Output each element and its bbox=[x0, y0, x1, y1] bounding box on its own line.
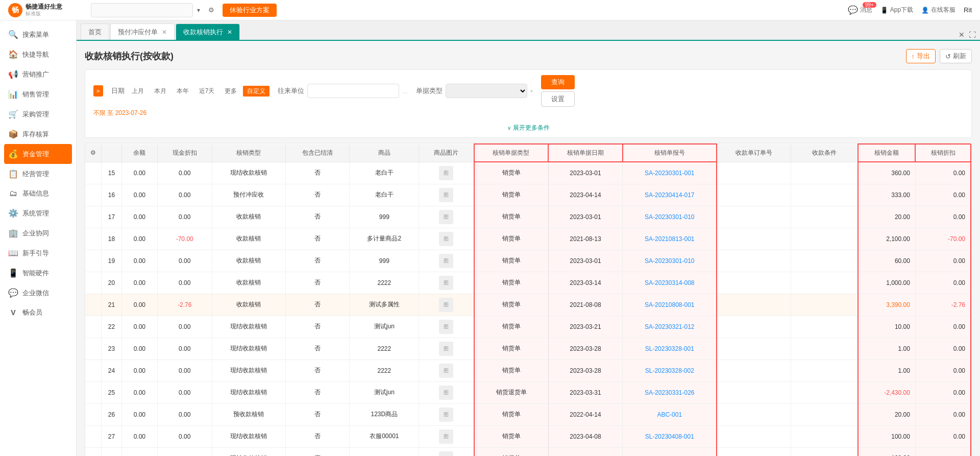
sidebar-item-sales-mgmt[interactable]: 📊 销售管理 bbox=[0, 84, 76, 104]
beginner-icon: 📖 bbox=[8, 248, 18, 258]
col-cancel-amount: 20.00 bbox=[858, 403, 915, 425]
sidebar-item-quick-nav[interactable]: 🏠 快捷导航 bbox=[0, 44, 76, 64]
refresh-btn[interactable]: ↺ 刷新 bbox=[940, 49, 972, 63]
ops-icon: 📋 bbox=[8, 169, 18, 179]
filter-settings-btn[interactable]: 设置 bbox=[541, 91, 575, 107]
col-balance: 0.00 bbox=[122, 294, 158, 316]
settings-icon[interactable]: ⚙ bbox=[204, 3, 218, 17]
sidebar-item-inventory[interactable]: 📦 库存核算 bbox=[0, 124, 76, 144]
expand-conditions-btn[interactable]: ∨ 展开更多条件 bbox=[507, 124, 550, 132]
cancel-doc-no-link[interactable]: ABC-001 bbox=[657, 411, 682, 418]
col-settings bbox=[85, 162, 102, 184]
sidebar-item-smart-hw[interactable]: 📱 智能硬件 bbox=[0, 263, 76, 283]
date-this-month-btn[interactable]: 本月 bbox=[150, 86, 170, 97]
cancel-doc-no-link[interactable]: SA-20230414-017 bbox=[645, 191, 694, 199]
cancel-doc-no-link[interactable]: SA-20210808-001 bbox=[645, 301, 694, 308]
export-icon: ↑ bbox=[912, 53, 915, 60]
cancel-doc-no-link[interactable]: SA-20230331-026 bbox=[645, 389, 694, 396]
col-cancel-doc-no: SA-20230301-010 bbox=[623, 206, 717, 228]
maximize-window-btn[interactable]: ⛶ bbox=[969, 31, 976, 39]
sidebar-item-fund-mgmt[interactable]: 💰 资金管理 bbox=[4, 144, 72, 164]
global-search-input[interactable] bbox=[91, 3, 193, 17]
col-receipt-condition bbox=[791, 447, 858, 456]
cancel-doc-no-link[interactable]: SL-20230328-001 bbox=[645, 345, 694, 352]
tab-prepaid[interactable]: 预付冲应付单 ✕ bbox=[110, 23, 175, 40]
col-receipt-condition bbox=[791, 359, 858, 381]
tab-home[interactable]: 首页 bbox=[81, 23, 109, 40]
col-cancel-doc-no: SA-20230301-010 bbox=[623, 250, 717, 272]
cancel-doc-no-link[interactable]: SL-20230408-001 bbox=[645, 433, 694, 440]
col-include-settled: 否 bbox=[285, 162, 350, 184]
col-include-settled: 否 bbox=[285, 184, 350, 206]
notification-btn[interactable]: 💬 消息 99+ bbox=[848, 5, 872, 15]
cancel-doc-no-link[interactable]: SA-20210813-001 bbox=[645, 235, 694, 243]
col-cancel-doc-date: 2023-04-14 bbox=[548, 184, 623, 206]
col-cancel-discount: 0.00 bbox=[915, 250, 971, 272]
table-row: 17 0.00 0.00 收款核销 否 999 图 销货单 2023-03-01… bbox=[85, 206, 971, 228]
page-header: 收款核销执行(按收款) ↑ 导出 ↺ 刷新 bbox=[85, 49, 972, 63]
sidebar-item-purchase-mgmt[interactable]: 🛒 采购管理 bbox=[0, 104, 76, 124]
query-btn[interactable]: 查询 bbox=[541, 75, 575, 89]
col-settings bbox=[85, 359, 102, 381]
goods-image-cell: 图 bbox=[419, 425, 474, 447]
goods-image-cell: 图 bbox=[419, 403, 474, 425]
table-row: 15 0.00 0.00 现结收款核销 否 老白干 图 销货单 2023-03-… bbox=[85, 162, 971, 184]
sidebar-item-basic-info[interactable]: 🗂 基础信息 bbox=[0, 184, 76, 203]
col-cancel-discount: 0.00 bbox=[915, 162, 971, 184]
export-btn[interactable]: ↑ 导出 bbox=[906, 49, 936, 63]
sidebar-label: 快捷导航 bbox=[22, 50, 49, 59]
sidebar-item-beginner[interactable]: 📖 新手引导 bbox=[0, 243, 76, 263]
col-cancel-doc-type: 销货单 bbox=[474, 272, 549, 294]
cancel-doc-no-link[interactable]: SL-20230328-002 bbox=[645, 367, 694, 374]
col-receipt-condition bbox=[791, 184, 858, 206]
doctype-select[interactable] bbox=[446, 84, 527, 98]
sidebar-item-ops-mgmt[interactable]: 📋 经营管理 bbox=[0, 164, 76, 184]
cancel-doc-no-link[interactable]: SA-20230301-001 bbox=[645, 170, 694, 177]
cancel-doc-no-link[interactable]: SA-20230321-012 bbox=[645, 323, 694, 330]
inventory-icon: 📦 bbox=[8, 129, 18, 139]
tab-receipt-cancel[interactable]: 收款核销执行 ✕ bbox=[176, 23, 240, 40]
date-last-month-btn[interactable]: 上月 bbox=[128, 86, 148, 97]
counterpart-dots[interactable]: ... bbox=[402, 87, 408, 95]
online-service-btn[interactable]: 👤在线客服 bbox=[921, 6, 955, 14]
date-this-year-btn[interactable]: 本年 bbox=[173, 86, 193, 97]
sidebar-item-wechat[interactable]: 💬 企业微信 bbox=[0, 283, 76, 303]
industry-btn[interactable]: 休验行业方案 bbox=[223, 4, 277, 17]
date-custom-btn[interactable]: 自定义 bbox=[243, 86, 270, 97]
col-cancel-doc-no: SA-20230314-008 bbox=[623, 272, 717, 294]
date-7days-btn[interactable]: 近7天 bbox=[195, 86, 219, 97]
date-more-btn[interactable]: 更多 bbox=[220, 86, 241, 97]
enterprise-icon: 🏢 bbox=[8, 228, 18, 238]
cancel-doc-no-link[interactable]: SA-20230301-010 bbox=[645, 257, 694, 265]
counterpart-input[interactable] bbox=[307, 84, 399, 98]
user-label[interactable]: Rit bbox=[964, 6, 972, 14]
col-cancel-doc-date: 2023-04-08 bbox=[548, 425, 623, 447]
col-cancel-doc-date: 2023-03-28 bbox=[548, 359, 623, 381]
th-settings[interactable]: ⚙ bbox=[85, 144, 102, 162]
close-window-btn[interactable]: ✕ bbox=[959, 31, 965, 39]
logo-icon: 畅 bbox=[8, 3, 22, 17]
sidebar-item-marketing[interactable]: 📢 营销推广 bbox=[0, 64, 76, 84]
col-balance: 0.00 bbox=[122, 338, 158, 359]
sidebar-item-search-menu[interactable]: 🔍 搜索菜单 bbox=[0, 25, 76, 44]
dropdown-btn[interactable]: ▾ bbox=[197, 3, 200, 17]
table-row: 23 0.00 0.00 现结收款核销 否 2222 图 销货单 2023-03… bbox=[85, 338, 971, 359]
col-settings bbox=[85, 316, 102, 338]
tab-prepaid-close[interactable]: ✕ bbox=[162, 29, 167, 36]
cancel-doc-no-link[interactable]: SA-20230301-010 bbox=[645, 213, 694, 221]
tab-receipt-cancel-close[interactable]: ✕ bbox=[227, 29, 232, 36]
members-icon: V bbox=[8, 308, 18, 317]
tab-prepaid-label: 预付冲应付单 bbox=[118, 28, 158, 37]
sidebar-item-sys-mgmt[interactable]: ⚙️ 系统管理 bbox=[0, 203, 76, 223]
col-cash-discount: 0.00 bbox=[157, 359, 212, 381]
col-settings bbox=[85, 294, 102, 316]
col-cancel-discount: 0.00 bbox=[915, 381, 971, 403]
cancel-doc-no-link[interactable]: SA-20230314-008 bbox=[645, 279, 694, 286]
sidebar-item-members[interactable]: V 畅会员 bbox=[0, 303, 76, 322]
sidebar-item-enterprise[interactable]: 🏢 企业协同 bbox=[0, 223, 76, 243]
col-seq: 16 bbox=[102, 184, 122, 206]
filter-expand-arrow[interactable]: » bbox=[93, 85, 103, 97]
col-cancel-doc-date: 2023-03-14 bbox=[548, 272, 623, 294]
app-download-btn[interactable]: 📱App下载 bbox=[880, 6, 913, 14]
col-cancel-doc-no: SA-20230331-026 bbox=[623, 381, 717, 403]
